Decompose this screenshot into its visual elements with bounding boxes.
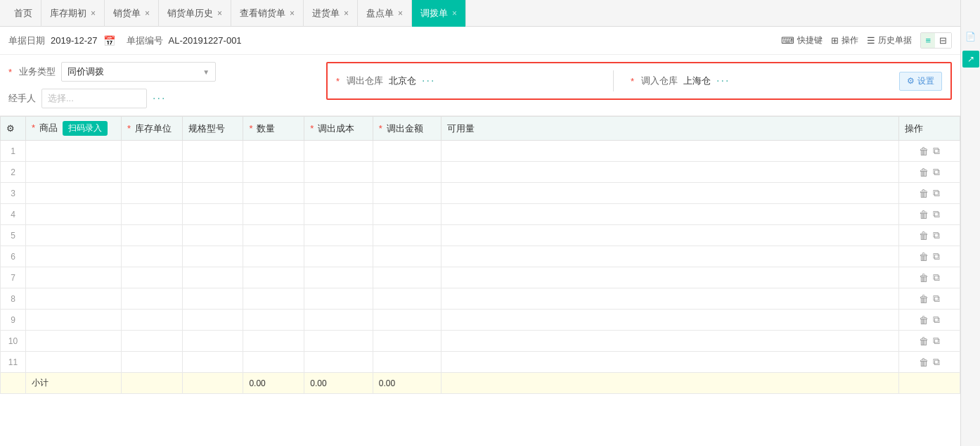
- cost-cell-1[interactable]: [304, 141, 373, 162]
- qty-cell-2[interactable]: [243, 162, 304, 183]
- amount-cell-3[interactable]: [373, 183, 441, 204]
- tab-close-inventory-init[interactable]: ×: [91, 8, 96, 18]
- delete-icon-11[interactable]: 🗑: [919, 357, 929, 368]
- list-view-button[interactable]: ≡: [921, 33, 935, 48]
- cost-cell-6[interactable]: [304, 246, 373, 267]
- unit-cell-9[interactable]: [121, 310, 182, 331]
- copy-icon-8[interactable]: ⧉: [933, 293, 940, 305]
- delete-icon-1[interactable]: 🗑: [919, 146, 929, 157]
- available-cell-11[interactable]: [441, 352, 899, 373]
- copy-icon-11[interactable]: ⧉: [933, 356, 940, 368]
- cost-cell-3[interactable]: [304, 183, 373, 204]
- product-cell-6[interactable]: [26, 246, 122, 267]
- shortcut-action[interactable]: ⌨ 快捷键: [781, 34, 823, 46]
- product-cell-11[interactable]: [26, 352, 122, 373]
- available-cell-1[interactable]: [441, 141, 899, 162]
- product-cell-3[interactable]: [26, 183, 122, 204]
- tab-close-stocktake[interactable]: ×: [398, 8, 403, 18]
- qty-cell-10[interactable]: [243, 331, 304, 352]
- amount-cell-2[interactable]: [373, 162, 441, 183]
- tab-sales-history[interactable]: 销货单历史 ×: [159, 0, 231, 27]
- available-cell-6[interactable]: [441, 246, 899, 267]
- person-more-icon[interactable]: ···: [153, 92, 166, 105]
- product-cell-10[interactable]: [26, 331, 122, 352]
- qty-cell-1[interactable]: [243, 141, 304, 162]
- qty-cell-3[interactable]: [243, 183, 304, 204]
- delete-icon-7[interactable]: 🗑: [919, 272, 929, 283]
- available-cell-4[interactable]: [441, 204, 899, 225]
- spec-cell-3[interactable]: [182, 183, 243, 204]
- delete-icon-2[interactable]: 🗑: [919, 167, 929, 178]
- tab-transfer[interactable]: 调拨单 ×: [412, 0, 466, 27]
- unit-cell-1[interactable]: [121, 141, 182, 162]
- grid-view-button[interactable]: ⊟: [935, 33, 951, 48]
- product-cell-4[interactable]: [26, 204, 122, 225]
- unit-cell-3[interactable]: [121, 183, 182, 204]
- qty-cell-8[interactable]: [243, 288, 304, 310]
- amount-cell-8[interactable]: [373, 288, 441, 310]
- product-cell-2[interactable]: [26, 162, 122, 183]
- product-cell-1[interactable]: [26, 141, 122, 162]
- cost-cell-4[interactable]: [304, 204, 373, 225]
- amount-cell-6[interactable]: [373, 246, 441, 267]
- tab-close-sales-order[interactable]: ×: [145, 8, 150, 18]
- amount-cell-1[interactable]: [373, 141, 441, 162]
- unit-cell-11[interactable]: [121, 352, 182, 373]
- available-cell-3[interactable]: [441, 183, 899, 204]
- cost-cell-7[interactable]: [304, 267, 373, 288]
- copy-icon-9[interactable]: ⧉: [933, 314, 940, 326]
- unit-cell-5[interactable]: [121, 225, 182, 246]
- product-cell-7[interactable]: [26, 267, 122, 288]
- available-cell-8[interactable]: [441, 288, 899, 310]
- copy-icon-5[interactable]: ⧉: [933, 229, 940, 241]
- spec-cell-8[interactable]: [182, 288, 243, 310]
- delete-icon-9[interactable]: 🗑: [919, 314, 929, 326]
- in-warehouse-more-icon[interactable]: ···: [716, 75, 730, 87]
- cost-cell-5[interactable]: [304, 225, 373, 246]
- delete-icon-8[interactable]: 🗑: [919, 293, 929, 305]
- available-cell-5[interactable]: [441, 225, 899, 246]
- unit-cell-8[interactable]: [121, 288, 182, 310]
- cost-cell-8[interactable]: [304, 288, 373, 310]
- qty-cell-11[interactable]: [243, 352, 304, 373]
- copy-icon-4[interactable]: ⧉: [933, 208, 940, 220]
- product-cell-8[interactable]: [26, 288, 122, 310]
- spec-cell-11[interactable]: [182, 352, 243, 373]
- delete-icon-6[interactable]: 🗑: [919, 251, 929, 262]
- delete-icon-3[interactable]: 🗑: [919, 188, 929, 199]
- out-warehouse-value[interactable]: 北京仓: [389, 75, 416, 87]
- tab-close-sales-history[interactable]: ×: [217, 8, 222, 18]
- copy-icon-1[interactable]: ⧉: [933, 145, 940, 157]
- delete-icon-5[interactable]: 🗑: [919, 230, 929, 241]
- available-cell-7[interactable]: [441, 267, 899, 288]
- gear-settings-icon[interactable]: ⚙: [6, 123, 15, 134]
- copy-icon-7[interactable]: ⧉: [933, 272, 940, 283]
- in-warehouse-value[interactable]: 上海仓: [683, 75, 711, 87]
- spec-cell-2[interactable]: [182, 162, 243, 183]
- amount-cell-5[interactable]: [373, 225, 441, 246]
- spec-cell-5[interactable]: [182, 225, 243, 246]
- cost-cell-11[interactable]: [304, 352, 373, 373]
- tab-stocktake[interactable]: 盘点单 ×: [358, 0, 412, 27]
- amount-cell-4[interactable]: [373, 204, 441, 225]
- spec-cell-4[interactable]: [182, 204, 243, 225]
- amount-cell-9[interactable]: [373, 310, 441, 331]
- amount-cell-11[interactable]: [373, 352, 441, 373]
- th-gear[interactable]: ⚙: [1, 117, 26, 141]
- history-action[interactable]: ☰ 历史单据: [867, 34, 912, 46]
- qty-cell-4[interactable]: [243, 204, 304, 225]
- delete-icon-10[interactable]: 🗑: [919, 336, 929, 347]
- unit-cell-6[interactable]: [121, 246, 182, 267]
- calendar-icon[interactable]: 📅: [103, 35, 115, 46]
- unit-cell-7[interactable]: [121, 267, 182, 288]
- tab-home[interactable]: 首页: [6, 0, 41, 27]
- unit-cell-2[interactable]: [121, 162, 182, 183]
- copy-icon-6[interactable]: ⧉: [933, 250, 940, 262]
- unit-cell-4[interactable]: [121, 204, 182, 225]
- copy-icon-3[interactable]: ⧉: [933, 187, 940, 199]
- tab-sales-order[interactable]: 销货单 ×: [105, 0, 159, 27]
- tab-close-transfer[interactable]: ×: [452, 8, 457, 18]
- cost-cell-9[interactable]: [304, 310, 373, 331]
- amount-cell-10[interactable]: [373, 331, 441, 352]
- sidebar-expand-icon[interactable]: ↗: [962, 51, 979, 68]
